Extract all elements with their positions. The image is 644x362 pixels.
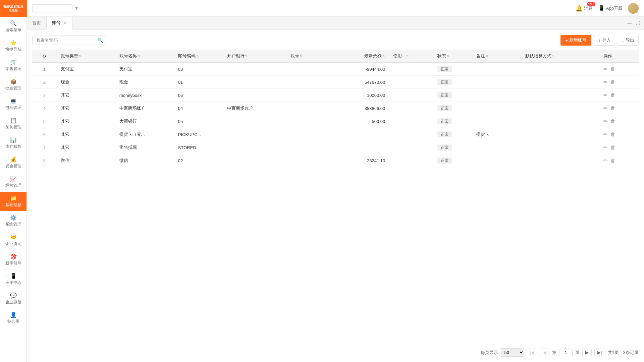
sidebar-item-agreement[interactable]: 🤝 企业协同 (0, 231, 26, 250)
delete-button-4[interactable]: 🗑 (610, 118, 615, 124)
edit-button-7[interactable]: ✏ (603, 158, 608, 164)
tab-account-close[interactable]: ✕ (63, 20, 67, 25)
cell-action-7: ✏ 🗑 (599, 154, 639, 167)
cell-default-4 (521, 115, 599, 128)
notification-button[interactable]: 🔔 99+ 消息 (575, 5, 593, 12)
col-header-remark[interactable]: 备注⇅ (472, 50, 521, 63)
cell-num-1: 2 (32, 76, 57, 89)
delete-button-6[interactable]: 🗑 (610, 144, 615, 150)
cell-type-1: 现金 (57, 76, 115, 89)
sort-bank-icon: ⇅ (245, 54, 248, 58)
sidebar-item-shortcut[interactable]: ⭐ 快捷导航 (0, 36, 26, 56)
edit-button-3[interactable]: ✏ (603, 105, 608, 111)
search-icon[interactable]: 🔍 (97, 38, 103, 43)
cell-default-6 (521, 141, 599, 154)
sidebar-item-search[interactable]: 🔍 搜索菜单 (0, 17, 26, 36)
tab-home[interactable]: 首页 (27, 17, 47, 29)
pagination: 每页显示 50 20 100 |◀ ◀ 第 页 ▶ ▶| 共1页，8条记录 (32, 345, 639, 357)
sidebar-item-ecommerce[interactable]: 💻 电商管理 (0, 95, 26, 114)
add-account-button[interactable]: + 新增账号 (560, 35, 591, 46)
col-header-status[interactable]: 状态⇅ (433, 50, 473, 63)
edit-button-1[interactable]: ✏ (603, 79, 608, 85)
sidebar-item-inventory-label: 库存核算 (1, 144, 25, 149)
delete-button-5[interactable]: 🗑 (610, 131, 615, 137)
delete-button-0[interactable]: 🗑 (610, 66, 615, 72)
import-button[interactable]: ↑ 导入 (594, 35, 615, 46)
last-page-button[interactable]: ▶| (594, 349, 605, 356)
first-page-button[interactable]: |◀ (527, 349, 537, 356)
edit-button-0[interactable]: ✏ (603, 66, 608, 72)
app-download-label: App下载 (606, 5, 623, 11)
sidebar-item-system[interactable]: ⚙️ 系统管理 (0, 211, 26, 231)
edit-button-5[interactable]: ✏ (603, 131, 608, 137)
sidebar-item-guide[interactable]: 🎯 新手引导 (0, 250, 26, 269)
cell-default-1 (521, 76, 599, 89)
next-page-button[interactable]: ▶ (582, 349, 592, 356)
tab-actions: — ⛶ (626, 19, 644, 27)
col-header-usage[interactable]: 使用...⇅ (389, 50, 433, 63)
cell-num-6: 7 (32, 141, 57, 154)
cell-name-7: 微信 (115, 154, 174, 167)
sidebar-item-member[interactable]: 👤 畅会员 (0, 308, 26, 328)
cell-bank-0 (223, 63, 287, 76)
sidebar-item-operation[interactable]: 📈 经营管理 (0, 172, 26, 192)
search-input[interactable] (35, 36, 97, 45)
tab-maximize-button[interactable]: ⛶ (634, 19, 641, 27)
tab-account[interactable]: 账号 ✕ (47, 17, 72, 29)
sidebar-item-inventory[interactable]: 📊 库存核算 (0, 133, 26, 153)
cell-num-0: 1 (32, 63, 57, 76)
sidebar-item-wholesale[interactable]: 📦 批发管理 (0, 75, 26, 95)
cell-code-5: PICKUPC... (174, 128, 223, 141)
edit-button-6[interactable]: ✏ (603, 144, 608, 150)
app-subtitle: 乐惠版 (3, 9, 23, 12)
sidebar-item-purchase[interactable]: 📋 采购管理 (0, 114, 26, 133)
prev-page-button[interactable]: ◀ (540, 349, 549, 356)
app-download-button[interactable]: 📱 App下载 (598, 5, 623, 11)
export-button[interactable]: ↓ 导出 (618, 35, 639, 46)
user-avatar[interactable] (628, 3, 639, 14)
member-icon: 👤 (1, 312, 25, 318)
edit-button-4[interactable]: ✏ (603, 118, 608, 124)
toolbar: 🔍 + 新增账号 ↑ 导入 ↓ 导出 (32, 35, 639, 46)
tab-minimize-button[interactable]: — (626, 19, 633, 27)
col-header-account[interactable]: 账号⇅ (286, 50, 330, 63)
col-header-name[interactable]: 账号名称⇅ (115, 50, 174, 63)
delete-button-2[interactable]: 🗑 (610, 92, 615, 98)
cell-action-3: ✏ 🗑 (599, 102, 639, 115)
col-header-settings[interactable]: ⚙ (32, 50, 57, 63)
page-input[interactable] (559, 349, 573, 356)
cell-name-4: 大新银行 (115, 115, 174, 128)
col-header-bank[interactable]: 开户银行⇅ (223, 50, 287, 63)
cell-usage-0 (389, 63, 433, 76)
delete-button-3[interactable]: 🗑 (610, 105, 615, 111)
cell-name-5: 提货卡（零... (115, 128, 174, 141)
cell-usage-2 (389, 89, 433, 102)
status-badge-1: 正常 (437, 79, 452, 85)
edit-button-2[interactable]: ✏ (603, 92, 608, 98)
sidebar-item-appcenter[interactable]: 📱 应用中心 (0, 269, 26, 289)
col-header-type[interactable]: 账号类型⇅ (57, 50, 115, 63)
sidebar-item-finance[interactable]: 💰 资金管理 (0, 153, 26, 172)
cell-status-4: 正常 (433, 115, 473, 128)
col-header-default[interactable]: 默认结算方式⇅ (521, 50, 599, 63)
header-dropdown-icon[interactable]: ▾ (75, 5, 78, 11)
col-header-code[interactable]: 账号编码⇅ (174, 50, 223, 63)
col-header-balance[interactable]: 最新余额⇅ (330, 50, 389, 63)
cell-account-5 (286, 128, 330, 141)
cell-num-3: 4 (32, 102, 57, 115)
system-icon: ⚙️ (1, 215, 25, 221)
cell-balance-5 (330, 128, 389, 141)
top-header: ▾ 🔔 99+ 消息 📱 App下载 (27, 0, 644, 17)
header-search-input[interactable] (32, 4, 72, 12)
per-page-select[interactable]: 50 20 100 (501, 348, 524, 357)
delete-button-7[interactable]: 🗑 (610, 158, 615, 164)
sidebar-item-wechat[interactable]: 💬 企业微信 (0, 289, 26, 308)
table-row: 1 支付宝 支付宝 03 -90444.00 正常 ✏ 🗑 (32, 63, 639, 76)
sidebar-item-retail[interactable]: 🛒 零售管理 (0, 56, 26, 75)
sidebar-item-basic[interactable]: 📁 基础信息 (0, 192, 26, 211)
sidebar-item-search-label: 搜索菜单 (1, 27, 25, 33)
cell-status-0: 正常 (433, 63, 473, 76)
sidebar: 畅捷通财生意 乐惠版 🔍 搜索菜单 ⭐ 快捷导航 🛒 零售管理 📦 批发管理 💻… (0, 0, 27, 362)
delete-button-1[interactable]: 🗑 (610, 79, 615, 85)
cell-action-5: ✏ 🗑 (599, 128, 639, 141)
